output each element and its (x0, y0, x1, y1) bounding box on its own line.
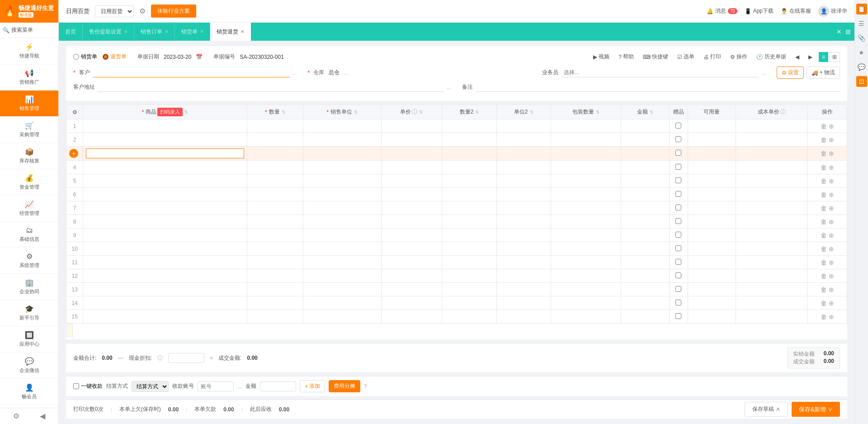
split-help-icon[interactable]: ? (364, 383, 367, 390)
row-12-price[interactable] (381, 269, 442, 283)
row-3-unit[interactable] (303, 147, 382, 161)
sidebar-item-inventory[interactable]: 📦 库存核算 (0, 143, 58, 169)
row-4-unit2[interactable] (496, 161, 551, 174)
row-1-amount[interactable] (621, 119, 669, 133)
row-2-available[interactable] (688, 133, 736, 147)
row-4-del[interactable]: 🗑 (821, 164, 827, 171)
row-2-gift-cb[interactable] (675, 136, 681, 142)
tab-sales-order[interactable]: 销售订单 × (134, 23, 175, 41)
sidebar-item-marketing[interactable]: 📢 营销推广 (0, 64, 58, 91)
row-13-qty2[interactable] (442, 283, 496, 296)
row-10-qty[interactable] (247, 242, 303, 256)
customer-dots[interactable]: ... (292, 70, 297, 76)
row-15-copy[interactable]: ⊕ (829, 313, 834, 320)
quick-panel-attach[interactable]: 📎 (856, 33, 867, 43)
row-6-pack[interactable] (551, 188, 621, 201)
row-10-copy[interactable]: ⊕ (829, 245, 834, 252)
warehouse-dots[interactable]: ... (344, 70, 349, 76)
row-2-product[interactable] (83, 133, 247, 147)
row-3-quantity[interactable] (247, 147, 303, 161)
experience-btn[interactable]: 体验行业方案 (151, 5, 196, 18)
print-btn[interactable]: 🖨 打印 (701, 52, 724, 62)
row-12-cost[interactable] (736, 269, 808, 283)
account-dots[interactable]: ... (237, 383, 242, 390)
row-1-available[interactable] (688, 119, 736, 133)
row-7-pack[interactable] (551, 201, 621, 215)
row-12-unit2[interactable] (496, 269, 551, 283)
quick-panel-chat[interactable]: 💬 (856, 62, 867, 72)
row-6-product[interactable] (83, 188, 247, 201)
unit-sort-icon[interactable]: ⇅ (354, 110, 358, 114)
row-14-avail[interactable] (688, 296, 736, 310)
row-13-qty[interactable] (247, 283, 303, 296)
row-3-price[interactable] (381, 147, 442, 161)
note-input[interactable] (476, 82, 840, 92)
row-5-del[interactable]: 🗑 (821, 177, 827, 185)
row-10-qty2[interactable] (442, 242, 496, 256)
row-5-qty2[interactable] (442, 174, 496, 188)
row-13-unit2[interactable] (496, 283, 551, 296)
radio-delivery[interactable]: 销货单 (73, 53, 97, 61)
row-13-amount[interactable] (621, 283, 669, 296)
row-6-price[interactable] (381, 188, 442, 201)
row-3-unit2[interactable] (496, 147, 551, 161)
row-8-copy[interactable]: ⊕ (829, 218, 834, 225)
row-2-copy-icon[interactable]: ⊕ (829, 136, 834, 143)
row-8-del[interactable]: 🗑 (821, 218, 827, 225)
row-12-copy[interactable]: ⊕ (829, 272, 834, 280)
row-13-pack[interactable] (551, 283, 621, 296)
row-7-unit[interactable] (303, 201, 382, 215)
row-9-price[interactable] (381, 229, 442, 242)
row-1-pack-qty[interactable] (551, 119, 621, 133)
sidebar-item-purchase[interactable]: 🛒 采购管理 (0, 117, 58, 143)
row-15-cost[interactable] (736, 310, 808, 324)
row-4-copy[interactable]: ⊕ (829, 164, 834, 171)
th-gear[interactable]: ⚙ (66, 105, 83, 119)
row-6-unit2[interactable] (496, 188, 551, 201)
row-15-qty2[interactable] (442, 310, 496, 324)
row-9-copy[interactable]: ⊕ (829, 232, 834, 239)
account-input[interactable] (198, 381, 234, 391)
row-5-cost[interactable] (736, 174, 808, 188)
row-8-qty[interactable] (247, 215, 303, 229)
sidebar-search[interactable]: 🔍 搜索菜单 (0, 23, 58, 38)
row-1-price[interactable] (381, 119, 442, 133)
row-6-del[interactable]: 🗑 (821, 191, 827, 198)
row-14-copy[interactable]: ⊕ (829, 300, 834, 307)
row-14-cost[interactable] (736, 296, 808, 310)
row-3-product[interactable] (83, 147, 247, 161)
row-1-copy-icon[interactable]: ⊕ (829, 123, 834, 130)
prev-btn[interactable]: ◀ (793, 52, 802, 62)
row-10-product[interactable] (83, 242, 247, 256)
row-6-unit[interactable] (303, 188, 382, 201)
discount-input[interactable] (168, 353, 204, 363)
row-15-gift[interactable] (669, 310, 688, 324)
radio-return[interactable]: 退货单 (103, 53, 127, 61)
row-3-cost-price[interactable] (736, 147, 808, 161)
row-7-cost[interactable] (736, 201, 808, 215)
row-15-price[interactable] (381, 310, 442, 324)
row-6-qty[interactable] (247, 188, 303, 201)
address-input[interactable] (98, 82, 444, 92)
row-12-qty2[interactable] (442, 269, 496, 283)
row-13-gift[interactable] (669, 283, 688, 296)
collapse-btn[interactable]: ◀ (40, 412, 45, 420)
row-4-qty[interactable] (247, 161, 303, 174)
row-12-amount[interactable] (621, 269, 669, 283)
notifications-btn[interactable]: 🔔 消息 70 (707, 7, 737, 15)
row-13-price[interactable] (381, 283, 442, 296)
row-7-price[interactable] (381, 201, 442, 215)
history-btn[interactable]: 🕐 历史单据 (754, 52, 789, 62)
quick-panel-list[interactable]: ☰ (856, 18, 867, 29)
sidebar-item-finance[interactable]: 💰 资金管理 (0, 169, 58, 195)
tab-sales-order-close[interactable]: × (165, 29, 168, 35)
row-13-avail[interactable] (688, 283, 736, 296)
row-5-gift[interactable] (669, 174, 688, 188)
row-14-gift[interactable] (669, 296, 688, 310)
tab-price-settings[interactable]: 售价提取设置 × (83, 23, 134, 41)
row-2-delete-icon[interactable]: 🗑 (821, 136, 827, 143)
close-tab-btn[interactable]: ✕ (836, 28, 842, 35)
row-15-unit[interactable] (303, 310, 382, 324)
sidebar-item-member[interactable]: 👤 畅会员 (0, 379, 58, 405)
online-service-btn[interactable]: 👨‍💼 在线客服 (781, 7, 811, 15)
